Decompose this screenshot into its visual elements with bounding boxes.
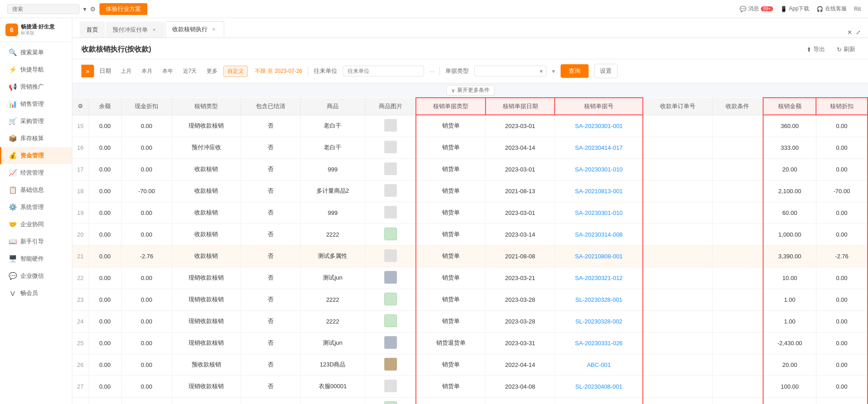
sidebar-item-search[interactable]: 🔍 搜索菜单 bbox=[0, 44, 72, 61]
cell-receipt-condition bbox=[712, 245, 763, 267]
search-input[interactable] bbox=[7, 4, 80, 14]
tab-prepay[interactable]: 预付冲应付单 × bbox=[106, 22, 165, 38]
verify-bill-no-link[interactable]: SA-20230314-008 bbox=[575, 231, 623, 238]
data-table: ⚙ 余额 现金折扣 核销类型 包含已结清 商品 商品图片 核销单据类型 核销单据… bbox=[72, 97, 868, 404]
sidebar-item-hardware[interactable]: 🖥️ 智能硬件 bbox=[0, 250, 72, 267]
sidebar-item-vip[interactable]: V 畅会员 bbox=[0, 285, 72, 302]
more-dates-btn[interactable]: 更多 bbox=[203, 66, 222, 77]
solution-button[interactable]: 体验行业方案 bbox=[99, 3, 147, 15]
this-month-btn[interactable]: 本月 bbox=[137, 66, 156, 77]
sidebar-item-marketing[interactable]: 📢 营销推广 bbox=[0, 78, 72, 95]
last-7-days-btn[interactable]: 近7天 bbox=[179, 66, 201, 77]
user-name-item[interactable]: Rit bbox=[854, 6, 861, 12]
marketing-icon: 📢 bbox=[9, 83, 17, 91]
setting-button[interactable]: 设置 bbox=[594, 64, 618, 78]
basic-info-icon: 📋 bbox=[9, 186, 17, 194]
cell-verify-bill-date: 2023-03-28 bbox=[486, 310, 555, 332]
expand-bar[interactable]: ∨ 展开更多条件 bbox=[72, 83, 868, 97]
cell-verify-bill-type: 销货单 bbox=[416, 354, 486, 375]
tab-prepay-close[interactable]: × bbox=[151, 26, 158, 33]
cell-verify-type: 收款核销 bbox=[172, 180, 241, 202]
verify-bill-no-link[interactable]: ABC-001 bbox=[587, 361, 611, 368]
type-filter-wrapper bbox=[474, 66, 547, 76]
cell-verify-bill-date: 2023-03-01 bbox=[486, 158, 555, 180]
sidebar-item-wechat[interactable]: 💬 企业微信 bbox=[0, 267, 72, 285]
cell-receipt-order-no bbox=[643, 137, 712, 158]
col-header-cash-discount: 现金折扣 bbox=[121, 98, 172, 115]
sidebar-item-purchase[interactable]: 🛒 采购管理 bbox=[0, 113, 72, 130]
col-header-balance: 余额 bbox=[89, 98, 121, 115]
settings-icon[interactable]: ⚙ bbox=[90, 5, 96, 13]
cell-verify-discount: 0.00 bbox=[816, 158, 868, 180]
cell-include-cleared: 否 bbox=[241, 310, 300, 332]
cell-product-image bbox=[365, 289, 416, 310]
refresh-button[interactable]: ↻ 刷新 bbox=[833, 43, 859, 55]
verify-bill-no-link[interactable]: SA-20210808-001 bbox=[575, 253, 623, 260]
cooperation-icon: 🤝 bbox=[9, 220, 17, 228]
sidebar-item-basic-info[interactable]: 📋 基础信息 bbox=[0, 181, 72, 199]
sidebar-item-cooperation[interactable]: 🤝 企业协同 bbox=[0, 216, 72, 233]
maximize-icon[interactable]: ⤢ bbox=[856, 29, 861, 36]
verify-bill-no-link[interactable]: SA-20210813-001 bbox=[575, 188, 623, 195]
sidebar-item-guide[interactable]: 📖 新手引导 bbox=[0, 233, 72, 250]
cell-product-image bbox=[365, 202, 416, 223]
verify-bill-no-link[interactable]: SA-20230414-017 bbox=[575, 144, 623, 151]
verify-bill-no-link[interactable]: SL-20230408-001 bbox=[576, 383, 623, 390]
cell-product-image bbox=[365, 267, 416, 289]
cell-verify-type: 预付冲应收 bbox=[172, 137, 241, 158]
cell-verify-bill-no: SL-20230328-002 bbox=[555, 310, 643, 332]
sidebar-item-quick-nav[interactable]: ⚡ 快捷导航 bbox=[0, 61, 72, 78]
cell-cash-discount: 0.00 bbox=[121, 354, 172, 375]
sidebar-item-funds[interactable]: 💰 资金管理 bbox=[0, 147, 72, 164]
online-service-item[interactable]: 🎧 在线客服 bbox=[816, 5, 847, 13]
verify-bill-no-link[interactable]: SA-20230331-026 bbox=[575, 340, 623, 347]
expand-conditions-btn[interactable]: ∨ 展开更多条件 bbox=[446, 85, 495, 95]
last-month-btn[interactable]: 上月 bbox=[117, 66, 136, 77]
refresh-icon: ↻ bbox=[837, 46, 842, 53]
table-body: 15 0.00 0.00 现销收款核销 否 老白干 销货单 2023-03-01… bbox=[72, 115, 868, 404]
messages-badge: 99+ bbox=[761, 6, 773, 11]
cell-verify-type: 收款核销 bbox=[172, 202, 241, 223]
export-icon: ⬆ bbox=[807, 46, 811, 53]
verify-bill-no-link[interactable]: SA-20230301-010 bbox=[575, 209, 623, 216]
tab-home[interactable]: 首页 bbox=[80, 22, 105, 38]
cell-receipt-condition bbox=[712, 332, 763, 354]
cell-receipt-condition bbox=[712, 137, 763, 158]
cell-settings: 17 bbox=[72, 158, 89, 180]
verify-bill-no-link[interactable]: SA-20230301-010 bbox=[575, 166, 623, 173]
cell-verify-discount: 0.00 bbox=[816, 397, 868, 404]
sidebar-label-funds: 资金管理 bbox=[20, 152, 44, 160]
cell-verify-bill-type: 销货单 bbox=[416, 310, 486, 332]
sidebar-item-inventory[interactable]: 📦 库存核算 bbox=[0, 130, 72, 147]
type-filter-select[interactable] bbox=[474, 66, 547, 76]
verify-bill-no-link[interactable]: SL-20230328-001 bbox=[576, 296, 623, 303]
verify-bill-no-link[interactable]: SA-20230321-012 bbox=[575, 275, 623, 281]
messages-item[interactable]: 💬 消息 99+ bbox=[740, 5, 773, 13]
cell-settings: 23 bbox=[72, 289, 89, 310]
tab-collection-close[interactable]: × bbox=[210, 26, 217, 33]
export-button[interactable]: ⬆ 导出 bbox=[803, 43, 829, 55]
custom-date-btn[interactable]: 自定义 bbox=[223, 66, 248, 77]
cell-product: 测试jun bbox=[300, 332, 365, 354]
cell-cash-discount: 0.00 bbox=[121, 223, 172, 245]
cell-product: 2222 bbox=[300, 223, 365, 245]
col-header-settings[interactable]: ⚙ bbox=[72, 98, 89, 115]
message-icon: 💬 bbox=[740, 6, 746, 12]
sidebar-item-system[interactable]: ⚙️ 系统管理 bbox=[0, 199, 72, 216]
cell-receipt-condition bbox=[712, 158, 763, 180]
verify-bill-no-link[interactable]: SL-20230328-002 bbox=[576, 318, 623, 325]
app-download-item[interactable]: 📱 App下载 bbox=[780, 5, 809, 13]
purchase-icon: 🛒 bbox=[9, 117, 17, 125]
close-window-icon[interactable]: ✕ bbox=[847, 29, 852, 36]
verify-bill-no-link[interactable]: SA-20230301-001 bbox=[575, 123, 623, 129]
sidebar-item-sales[interactable]: 📊 销售管理 bbox=[0, 95, 72, 113]
tab-collection[interactable]: 收款核销执行 × bbox=[165, 21, 224, 38]
filter-expand-arrow[interactable]: » bbox=[81, 65, 94, 77]
this-year-btn[interactable]: 本年 bbox=[158, 66, 177, 77]
query-button[interactable]: 查询 bbox=[561, 64, 589, 78]
guide-icon: 📖 bbox=[9, 238, 17, 246]
dropdown-icon[interactable]: ▾ bbox=[83, 5, 86, 13]
sidebar-item-business[interactable]: 📈 经营管理 bbox=[0, 164, 72, 181]
phone-icon: 📱 bbox=[780, 6, 787, 12]
unit-filter-input[interactable] bbox=[343, 66, 424, 76]
